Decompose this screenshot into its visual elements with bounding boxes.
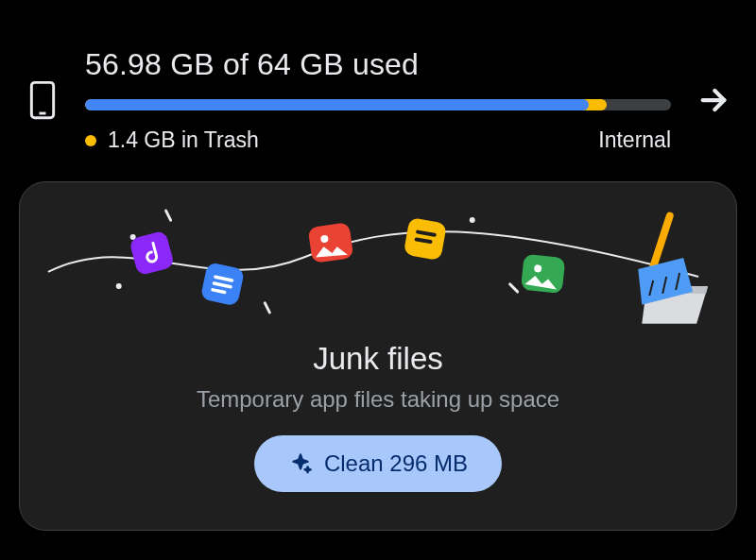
trash-dot-icon — [85, 135, 96, 146]
svg-rect-19 — [521, 254, 566, 294]
svg-point-4 — [470, 217, 475, 223]
storage-used-text: 56.98 GB of 64 GB used — [85, 47, 671, 82]
svg-line-18 — [417, 239, 431, 242]
card-subtitle: Temporary app files taking up space — [197, 386, 559, 413]
svg-point-5 — [116, 283, 122, 289]
clean-button[interactable]: Clean 296 MB — [254, 435, 502, 492]
clean-button-label: Clean 296 MB — [324, 450, 468, 477]
svg-line-6 — [166, 211, 171, 220]
card-title: Junk files — [313, 341, 443, 377]
svg-line-8 — [510, 284, 518, 292]
storage-summary[interactable]: 56.98 GB of 64 GB used 1.4 GB in Trash I… — [0, 0, 756, 172]
sparkle-icon — [288, 451, 313, 476]
svg-rect-14 — [308, 222, 354, 263]
svg-rect-16 — [404, 217, 447, 261]
trash-size-label: 1.4 GB in Trash — [85, 127, 259, 153]
storage-progress-bar — [85, 99, 671, 110]
cleanup-illustration — [20, 182, 736, 333]
junk-files-card: Junk files Temporary app files taking up… — [19, 181, 737, 531]
arrow-forward-icon[interactable] — [690, 84, 737, 116]
progress-used-segment — [85, 99, 589, 110]
storage-type-label: Internal — [598, 127, 671, 153]
svg-line-7 — [265, 303, 269, 313]
phone-icon — [19, 80, 66, 120]
